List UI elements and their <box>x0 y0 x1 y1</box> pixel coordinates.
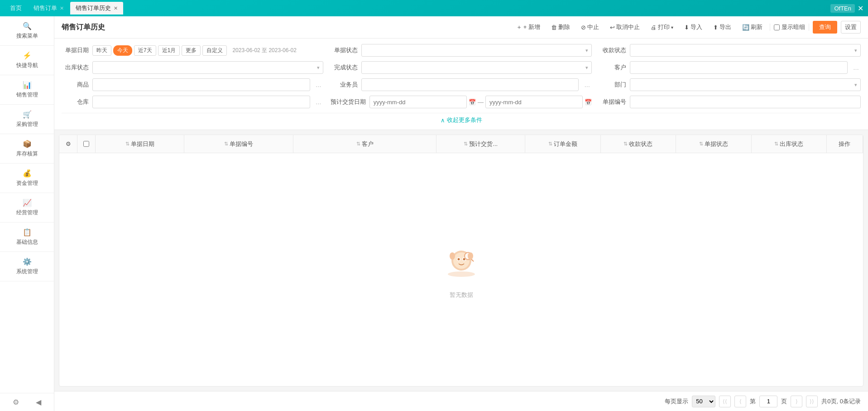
toolbar-divider2 <box>809 24 809 31</box>
pagination: 每页显示 50 10 20 100 ⟨⟨ ⟨ 第 页 ⟩ ⟩⟩ 共0页, 0条记… <box>54 391 868 411</box>
delivery-date-label: 预计交货日期 <box>331 98 366 106</box>
export-icon: ⬆ <box>713 24 718 31</box>
date-more-btn[interactable]: 更多 <box>182 45 201 56</box>
search-btn[interactable]: 查询 <box>813 21 837 34</box>
date-1month-btn[interactable]: 近1月 <box>158 45 180 56</box>
date-today-btn[interactable]: 今天 <box>113 45 132 56</box>
new-btn[interactable]: ＋ + 新增 <box>513 21 544 33</box>
date-7days-btn[interactable]: 近7天 <box>134 45 156 56</box>
display-columns-checkbox[interactable] <box>774 24 780 30</box>
tab-sales-order[interactable]: 销售订单 ✕ <box>28 2 69 15</box>
product-input[interactable] <box>92 78 310 91</box>
display-columns-toggle[interactable]: 显示暗细 <box>774 23 805 31</box>
import-btn[interactable]: ⬇ 导入 <box>681 21 706 33</box>
sidebar-item-sales-mgmt[interactable]: 📊 销售管理 <box>0 75 54 105</box>
date-custom-btn[interactable]: 自定义 <box>202 45 227 56</box>
customer-input[interactable] <box>630 61 848 74</box>
dept-label: 部门 <box>599 81 626 89</box>
collapse-row[interactable]: ∧ 收起更多条件 <box>62 113 861 124</box>
sidebar-item-purchase-mgmt[interactable]: 🛒 采购管理 <box>0 105 54 134</box>
th-customer[interactable]: ⇅ 客户 <box>293 135 436 153</box>
filter-row-4: 仓库 … 预计交货日期 📅 — 📅 单据编号 <box>62 96 861 108</box>
dept-select-wrapper: ▾ <box>630 78 861 91</box>
filter-group-delivery-date: 预计交货日期 📅 — 📅 <box>331 96 592 108</box>
customer-more-btn[interactable]: … <box>851 64 861 71</box>
svg-point-0 <box>448 271 475 277</box>
table-header: ⚙ ⇅ 单据日期 ⇅ 单据编号 ⇅ 客户 ⇅ <box>59 135 863 153</box>
th-delivery[interactable]: ⇅ 预计交货... <box>436 135 525 153</box>
warehouse-input[interactable] <box>92 96 310 108</box>
svg-point-10 <box>468 252 473 260</box>
tab-sales-order-close[interactable]: ✕ <box>60 5 64 11</box>
th-bill-status[interactable]: ⇅ 单据状态 <box>676 135 751 153</box>
page-size-select[interactable]: 50 10 20 100 <box>692 396 715 407</box>
th-warehouse-status[interactable]: ⇅ 出库状态 <box>752 135 827 153</box>
finance-icon: 💰 <box>23 169 32 178</box>
warehouse-more-btn[interactable]: … <box>314 99 323 106</box>
select-all-checkbox[interactable] <box>83 141 89 147</box>
bill-status-select[interactable] <box>361 44 592 57</box>
sidebar-item-purchase-mgmt-label: 采购管理 <box>16 121 38 128</box>
page-input[interactable] <box>759 396 777 407</box>
next-page-btn[interactable]: ⟩ <box>791 396 802 407</box>
date-yesterday-btn[interactable]: 昨天 <box>92 45 111 56</box>
export-btn[interactable]: ⬆ 导出 <box>710 21 735 33</box>
th-date[interactable]: ⇅ 单据日期 <box>96 135 184 153</box>
prev-page-btn[interactable]: ⟨ <box>734 396 746 407</box>
delivery-date-from-icon[interactable]: 📅 <box>469 99 476 106</box>
sidebar-item-search-menu[interactable]: 🔍 搜索菜单 <box>0 16 54 46</box>
delivery-date-from[interactable] <box>369 96 467 108</box>
window-close-btn[interactable]: ✕ <box>858 4 863 13</box>
salesperson-input[interactable] <box>361 78 579 91</box>
tab-sales-order-history[interactable]: 销售订单历史 ✕ <box>70 2 123 15</box>
filter-group-customer: 客户 … <box>599 61 861 74</box>
product-more-btn[interactable]: … <box>314 82 323 88</box>
sidebar-item-inventory[interactable]: 📦 库存核算 <box>0 134 54 164</box>
th-number[interactable]: ⇅ 单据编号 <box>184 135 293 153</box>
th-amount[interactable]: ⇅ 订单金额 <box>525 135 600 153</box>
svg-point-4 <box>457 258 460 261</box>
last-page-btn[interactable]: ⟩⟩ <box>806 396 818 407</box>
sidebar-item-finance[interactable]: 💰 资金管理 <box>0 164 54 193</box>
basic-info-icon: 📋 <box>23 228 32 237</box>
bill-number-input[interactable] <box>630 96 861 108</box>
delete-btn[interactable]: 🗑 删除 <box>547 21 574 33</box>
date-quick-btns: 昨天 今天 近7天 近1月 更多 自定义 <box>92 45 227 56</box>
stop-btn[interactable]: ⊘ 中止 <box>577 21 603 33</box>
sort-customer-icon: ⇅ <box>356 141 360 147</box>
tab-home[interactable]: 首页 <box>5 2 27 15</box>
print-dropdown-icon: ▾ <box>671 25 673 30</box>
settings-btn[interactable]: 设置 <box>841 21 861 34</box>
sort-delivery-icon: ⇅ <box>464 141 468 147</box>
th-settings[interactable]: ⚙ <box>59 135 77 153</box>
sidebar-settings-btn[interactable]: ⚙ <box>13 398 19 406</box>
dept-select[interactable] <box>630 78 861 91</box>
delivery-date-to-icon[interactable]: 📅 <box>585 99 592 106</box>
sidebar-collapse-btn[interactable]: ◀ <box>36 398 41 406</box>
sidebar-item-operations-label: 经营管理 <box>16 209 38 217</box>
outbound-select[interactable] <box>92 61 323 74</box>
page-label: 第 <box>750 397 756 406</box>
cancel-stop-btn[interactable]: ↩ 取消中止 <box>606 21 643 33</box>
completion-select[interactable] <box>361 61 592 74</box>
print-btn[interactable]: 🖨 打印 ▾ <box>647 21 677 33</box>
search-btn-label: 查询 <box>819 23 831 31</box>
th-receipt-status[interactable]: ⇅ 收款状态 <box>601 135 676 153</box>
filter-row-1: 单据日期 昨天 今天 近7天 近1月 更多 自定义 2023-06-02 至 2… <box>62 44 861 57</box>
salesperson-more-btn[interactable]: … <box>582 82 592 88</box>
customer-label: 客户 <box>599 63 626 72</box>
sidebar-item-system-mgmt[interactable]: ⚙️ 系统管理 <box>0 252 54 281</box>
refresh-btn[interactable]: 🔄 刷新 <box>739 21 766 33</box>
th-date-label: 单据日期 <box>131 140 154 148</box>
date-range-text: 2023-06-02 至 2023-06-02 <box>232 47 296 54</box>
tab-sales-order-history-close[interactable]: ✕ <box>114 5 118 11</box>
delivery-date-to[interactable] <box>485 96 583 108</box>
first-page-btn[interactable]: ⟨⟨ <box>719 396 731 407</box>
sidebar-item-basic-info[interactable]: 📋 基础信息 <box>0 222 54 252</box>
new-icon: ＋ <box>516 23 522 31</box>
sidebar-item-quick-nav[interactable]: ⚡ 快捷导航 <box>0 46 54 75</box>
product-label: 商品 <box>62 81 89 89</box>
sidebar-item-operations[interactable]: 📈 经营管理 <box>0 193 54 222</box>
th-check[interactable] <box>77 135 96 153</box>
receipt-status-select[interactable] <box>630 44 861 57</box>
